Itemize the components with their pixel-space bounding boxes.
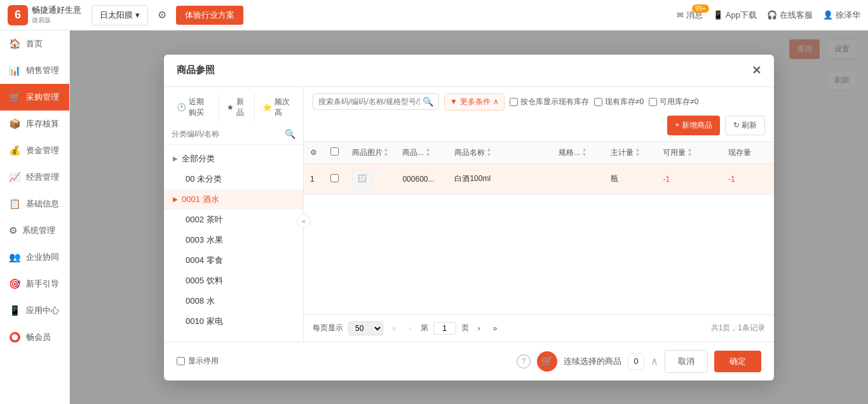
last-page-button[interactable]: » xyxy=(489,323,501,334)
category-search: 🔍 xyxy=(164,126,303,145)
mobile-icon: 📱 xyxy=(713,10,723,20)
cat-item-unclassified[interactable]: 00 未分类 xyxy=(164,169,303,189)
basic-icon: 📋 xyxy=(9,198,21,210)
cell-image: 🖼 xyxy=(346,163,397,194)
sidebar-item-enterprise[interactable]: 👥 企业协同 xyxy=(0,244,69,271)
cart-icon[interactable]: 🛒 xyxy=(537,351,557,372)
tab-new-product[interactable]: ★ 新品 xyxy=(220,93,253,121)
checkbox-warehouse-input[interactable] xyxy=(510,98,518,106)
checkbox-available-neq0[interactable]: 可用库存≠0 xyxy=(649,97,698,107)
logo-text: 畅捷通好生意 xyxy=(32,5,81,16)
per-page-label: 每页显示 xyxy=(313,323,343,333)
th-code: 商品... ▲▼ xyxy=(396,142,448,164)
sales-icon: 📊 xyxy=(9,65,21,76)
category-tree: ▶ 全部分类 00 未分类 ▶ 0001 酒水 xyxy=(164,145,303,335)
product-search-input[interactable] xyxy=(318,97,420,106)
sidebar-item-basic[interactable]: 📋 基础信息 xyxy=(0,191,69,217)
finance-icon: 💰 xyxy=(9,145,21,156)
tab-frequent[interactable]: ⭐ 频次高 xyxy=(256,93,297,121)
panel-collapse-button[interactable]: « xyxy=(297,214,311,228)
sidebar-label-appcenter: 应用中心 xyxy=(26,305,59,316)
checkbox-warehouse[interactable]: 按仓库显示现有库存 xyxy=(510,97,589,107)
cat-item-snack[interactable]: 0004 零食 xyxy=(164,250,303,271)
confirm-button[interactable]: 确定 xyxy=(714,351,761,372)
cat-item-all[interactable]: ▶ 全部分类 xyxy=(164,149,303,169)
filter-label: 更多条件 xyxy=(460,97,491,107)
add-product-button[interactable]: + 新增商品 xyxy=(667,116,719,135)
sidebar-item-home[interactable]: 🏠 首页 xyxy=(0,30,69,57)
username-label: 徐泽华 xyxy=(836,10,860,21)
checkbox-stock-neq0[interactable]: 现有库存≠0 xyxy=(594,97,644,107)
sidebar-item-operations[interactable]: 📈 经营管理 xyxy=(0,164,69,191)
first-page-button[interactable]: « xyxy=(388,323,400,334)
cat-item-water[interactable]: 0008 水 xyxy=(164,291,303,311)
show-disabled-checkbox-label[interactable]: 显示停用 xyxy=(177,356,219,367)
cat-item-liquor[interactable]: ▶ 0001 酒水 xyxy=(164,189,303,210)
row-checkbox[interactable] xyxy=(330,174,339,182)
sidebar-item-appcenter[interactable]: 📱 应用中心 xyxy=(0,297,69,324)
inventory-icon: 📦 xyxy=(9,118,21,130)
nav-right: ✉ 消息 99+ 📱 App下载 🎧 在线客服 👤 徐泽华 xyxy=(677,10,860,21)
system-icon: ⚙ xyxy=(9,225,17,236)
message-badge: 99+ xyxy=(692,4,709,13)
help-icon[interactable]: ? xyxy=(517,354,531,368)
sidebar-item-sales[interactable]: 📊 销售管理 xyxy=(0,57,69,84)
sidebar-item-inventory[interactable]: 📦 库存核算 xyxy=(0,111,69,137)
cat-item-appliance[interactable]: 0010 家电 xyxy=(164,311,303,332)
modal-body: 🕐 近期购买 ★ 新品 ⭐ 频次高 xyxy=(164,87,774,342)
sidebar-item-system[interactable]: ⚙ 系统管理 xyxy=(0,217,69,244)
sidebar-item-finance[interactable]: 💰 资金管理 xyxy=(0,137,69,164)
gear-icon[interactable]: ⚙ xyxy=(153,6,171,24)
table-row[interactable]: 1 🖼 000600... 白酒100ml xyxy=(304,163,774,194)
th-index: ⚙ xyxy=(304,142,324,164)
checkbox-available-input[interactable] xyxy=(649,98,657,106)
category-search-input[interactable] xyxy=(172,130,285,138)
select-all-checkbox[interactable] xyxy=(330,147,339,156)
guide-icon: 🎯 xyxy=(9,278,21,290)
sidebar-item-purchase[interactable]: 🛒 采购管理 xyxy=(0,84,69,111)
sidebar-label-basic: 基础信息 xyxy=(26,198,59,210)
operations-icon: 📈 xyxy=(9,172,21,183)
cancel-button[interactable]: 取消 xyxy=(665,350,708,373)
prev-page-button[interactable]: ‹ xyxy=(405,323,416,334)
footer-collapse-button[interactable]: ∧ xyxy=(651,355,658,367)
tab-divider xyxy=(219,93,219,121)
experience-button[interactable]: 体验行业方案 xyxy=(176,6,243,25)
next-page-button[interactable]: › xyxy=(474,323,484,334)
search-icon[interactable]: 🔍 xyxy=(423,97,433,107)
message-button[interactable]: ✉ 消息 99+ xyxy=(677,10,703,21)
main-layout: 🏠 首页 📊 销售管理 🛒 采购管理 📦 库存核算 💰 资金管理 📈 经营管理 … xyxy=(0,30,868,404)
customer-service-button[interactable]: 🎧 在线客服 xyxy=(767,10,813,21)
sidebar-item-member[interactable]: ⭕ 畅会员 xyxy=(0,324,69,351)
checkbox-stock-input[interactable] xyxy=(594,98,602,106)
modal-close-button[interactable]: ✕ xyxy=(752,64,761,77)
more-filter-button[interactable]: ▼ 更多条件 ∧ xyxy=(444,93,505,111)
th-spec: 规格... ▲▼ xyxy=(552,142,604,164)
star-new-icon: ★ xyxy=(227,103,234,112)
sidebar-label-home: 首页 xyxy=(26,38,43,50)
star-freq-icon: ⭐ xyxy=(262,103,272,112)
toolbar-right: + 新增商品 ↻ 刷新 xyxy=(667,116,765,135)
modal-footer: 显示停用 ? 🛒 连续选择的商品 0 ∧ 取消 确定 xyxy=(164,342,774,380)
sidebar-item-guide[interactable]: 🎯 新手引导 xyxy=(0,271,69,297)
th-name: 商品名称 ▲▼ xyxy=(448,142,552,164)
footer-left: 显示停用 xyxy=(177,356,219,367)
cat-item-tea[interactable]: 0002 茶叶 xyxy=(164,210,303,230)
page-number-input[interactable] xyxy=(433,322,456,335)
cat-item-fruit[interactable]: 0003 水果 xyxy=(164,230,303,250)
cat-item-drink[interactable]: 0005 饮料 xyxy=(164,271,303,291)
th-unit: 主计量 ▲▼ xyxy=(604,142,656,164)
content-area: 查询 设置 刷新 商品参照 ✕ xyxy=(70,30,868,404)
tab-recent-purchase[interactable]: 🕐 近期购买 xyxy=(170,93,217,121)
category-search-icon[interactable]: 🔍 xyxy=(285,129,295,139)
footer-right: ? 🛒 连续选择的商品 0 ∧ 取消 确定 xyxy=(517,350,761,373)
show-disabled-checkbox[interactable] xyxy=(177,357,185,365)
headset-icon: 🎧 xyxy=(767,10,777,20)
user-profile-button[interactable]: 👤 徐泽华 xyxy=(823,10,860,21)
message-icon: ✉ xyxy=(677,10,684,20)
per-page-select[interactable]: 50 10 20 100 xyxy=(348,321,383,335)
refresh-button[interactable]: ↻ 刷新 xyxy=(725,116,765,135)
app-download-button[interactable]: 📱 App下载 xyxy=(713,10,757,21)
th-image: 商品图片 ▲▼ xyxy=(346,142,397,164)
nav-store-dropdown[interactable]: 日太阳膜 ▾ xyxy=(92,5,148,25)
